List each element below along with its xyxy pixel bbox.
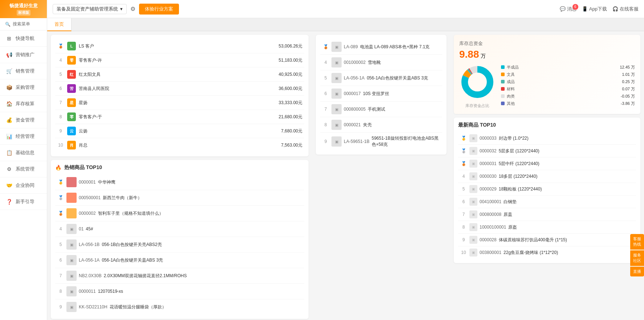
system-select[interactable]: 装备及固定资产辅助管理系统 ▾ bbox=[53, 4, 127, 14]
float-btn-service[interactable]: 客服热线 bbox=[630, 234, 644, 250]
legend-list: 半成品 12.45 万 文具 1.01 万 成品 0.25 万 材料 0.07 … bbox=[501, 65, 635, 108]
newest-img: ▣ bbox=[469, 210, 477, 218]
rank-num: 5 bbox=[322, 75, 329, 81]
sidebar-item-guide[interactable]: ❓新手引导 bbox=[0, 194, 47, 210]
product-img: ▣ bbox=[66, 224, 77, 234]
newest-product-row: 9 ▣ 0000028 体碳蔗核味苏打饮品400毫升 (1*15) bbox=[458, 234, 636, 246]
sidebar-item-system[interactable]: ⚙系统管理 bbox=[0, 161, 47, 177]
product-name: 雪地靴 bbox=[368, 60, 440, 66]
float-btn-community[interactable]: 服务社区 bbox=[630, 250, 644, 266]
sidebar-item-company[interactable]: 🤝企业协同 bbox=[0, 177, 47, 194]
legend-value: 1.01 万 bbox=[622, 72, 635, 77]
newest-product-row: 10 ▣ 003800001 22g鱼豆腐-烧烤味 (1*12*20) bbox=[458, 246, 636, 259]
hot-products-list: 🥇 0000001 中华神鹰🥈 000500001 新西兰牛肉（新牛）🥉 000… bbox=[55, 175, 304, 315]
float-btn-live[interactable]: 直播 bbox=[630, 267, 644, 276]
customer-name: 星扬 bbox=[79, 100, 279, 106]
product-code: 0000030 bbox=[480, 174, 497, 179]
legend-item: 材料 0.07 万 bbox=[501, 86, 635, 92]
newest-img: ▣ bbox=[469, 172, 477, 180]
topbar-app-download[interactable]: 📱 App下载 bbox=[582, 6, 607, 12]
settings-icon[interactable]: ⚙ bbox=[130, 5, 135, 12]
customer-row: 5 红 红太阳文具 40,925.00元 bbox=[55, 67, 304, 82]
newest-product-row: 6 ▣ 004100001 白钢垫 bbox=[458, 196, 636, 208]
product-name: 056-1B白色按键开关壳ABS2壳 bbox=[102, 242, 302, 248]
rank-num: 5 bbox=[460, 186, 467, 192]
nav-label-finance: 资金管理 bbox=[16, 117, 34, 123]
topbar-online-service[interactable]: 🎧 在线客服 bbox=[612, 6, 639, 12]
product-code: NB2.0X30B bbox=[79, 273, 102, 278]
legend-value: 0.07 万 bbox=[622, 86, 635, 92]
customer-avatar: 苦 bbox=[67, 84, 76, 93]
newest-products-card: 最新商品 TOP10 🥇 ▣ 0000033 封边带 (1.0*22)🥈 ▣ 0… bbox=[454, 118, 640, 263]
sidebar-item-finance[interactable]: 💰资金管理 bbox=[0, 112, 47, 128]
product-name: 封边带 (1.0*22) bbox=[499, 135, 634, 141]
newest-products-list: 🥇 ▣ 0000033 封边带 (1.0*22)🥈 ▣ 0000032 5层多层… bbox=[458, 132, 636, 259]
float-service: 客服热线 服务社区 直播 bbox=[630, 234, 644, 276]
medal-icon: 🥈 bbox=[57, 195, 64, 200]
product-analysis-row: 8 ▣ 0000021 夹壳 bbox=[320, 117, 442, 133]
rank-num: 9 bbox=[57, 304, 64, 309]
product-code: LA-056-1A bbox=[344, 75, 364, 81]
tab-home[interactable]: 首页 bbox=[47, 18, 72, 31]
sidebar-item-stock[interactable]: 🏠库存核算 bbox=[0, 96, 47, 112]
product-analysis-row: 5 ▣ LA-056-1A 056-1A白色按键开关盖ABS 3克 bbox=[320, 70, 442, 86]
customer-amount: 53,006.26元 bbox=[279, 43, 302, 49]
product-img: ▣ bbox=[331, 89, 342, 99]
rank-num: 7 bbox=[57, 273, 64, 278]
hot-products-title-text: 🔥 bbox=[55, 165, 61, 171]
product-name: 59651-1B旋转投影灯电池盒ABS黑色+58克 bbox=[372, 135, 440, 148]
rank-num: 4 bbox=[322, 60, 329, 65]
stock-ratio-label: 库存资金占比 bbox=[459, 103, 496, 108]
hot-product-row: 🥇 0000001 中华神鹰 bbox=[55, 175, 304, 190]
topbar-message[interactable]: 💬 消息 6 bbox=[560, 6, 576, 12]
sidebar-item-operation[interactable]: 📊经营管理 bbox=[0, 128, 47, 145]
product-code: 0000011 bbox=[79, 289, 96, 294]
rank-num: 10 bbox=[57, 143, 64, 148]
nav-label-stock: 库存核算 bbox=[16, 100, 34, 107]
product-name: 新西兰牛肉（新牛） bbox=[103, 195, 302, 201]
message-icon: 💬 bbox=[560, 6, 566, 12]
rank-num: 6 bbox=[57, 258, 64, 263]
sidebar-item-basic[interactable]: 📋基础信息 bbox=[0, 145, 47, 161]
trial-btn[interactable]: 体验行业方案 bbox=[139, 4, 179, 15]
sidebar-item-purchase[interactable]: 📦采购管理 bbox=[0, 79, 47, 96]
product-name: 中华神鹰 bbox=[98, 179, 302, 185]
medal-icon: 🥉 bbox=[322, 44, 329, 49]
legend-dot bbox=[501, 80, 505, 83]
app-download-label: App下载 bbox=[589, 6, 607, 12]
medal-icon: 🥉 bbox=[57, 44, 64, 49]
product-name: 18颗粒板 (1220*2440) bbox=[499, 186, 634, 192]
logo-sub: 标准版 bbox=[17, 10, 30, 16]
newest-img: ▣ bbox=[469, 249, 477, 257]
sidebar-item-marketing[interactable]: 📢营销推广 bbox=[0, 47, 47, 63]
rank-num: 6 bbox=[460, 199, 467, 204]
customer-avatar: 零 bbox=[67, 112, 76, 121]
newest-product-row: 5 ▣ 0000029 18颗粒板 (1220*2440) bbox=[458, 183, 636, 196]
legend-item: 文具 1.01 万 bbox=[501, 72, 635, 77]
nav-label-system: 系统管理 bbox=[16, 166, 34, 172]
product-code: LA-59651-1B bbox=[344, 139, 370, 144]
customer-name: 苦南县人民医院 bbox=[79, 86, 279, 92]
chevron-down-icon: ▾ bbox=[120, 6, 123, 12]
newest-img: ▣ bbox=[469, 198, 477, 206]
donut-container: 库存资金占比 半成品 12.45 万 文具 1.01 万 成品 0.25 万 材… bbox=[459, 64, 635, 108]
middle-panel: 🥉 ▣ LA-089 电池盖 LA-089 ABS本色+黑种 7.1克4 ▣ 0… bbox=[312, 31, 450, 320]
search-icon: 🔍 bbox=[5, 22, 11, 27]
nav-icon-company: 🤝 bbox=[5, 182, 13, 189]
product-name: 22g鱼豆腐-烧烤味 (1*12*20) bbox=[504, 250, 634, 256]
stock-unit: 万 bbox=[481, 53, 486, 60]
sidebar-item-quick[interactable]: ⊞快捷导航 bbox=[0, 30, 47, 47]
customer-avatar: 星 bbox=[67, 98, 76, 107]
rank-num: 4 bbox=[460, 174, 467, 179]
product-name: 5层中纤 (1220*2440) bbox=[499, 161, 634, 167]
nav-label-guide: 新手引导 bbox=[16, 198, 34, 205]
rank-num: 7 bbox=[322, 107, 329, 112]
sidebar-search[interactable]: 🔍 搜索菜单 bbox=[0, 18, 47, 30]
nav-items: ⊞快捷导航📢营销推广🛒销售管理📦采购管理🏠库存核算💰资金管理📊经营管理📋基础信息… bbox=[0, 30, 47, 210]
sidebar-item-sales[interactable]: 🛒销售管理 bbox=[0, 63, 47, 79]
rank-num: 9 bbox=[460, 237, 467, 242]
newest-img: ▣ bbox=[469, 160, 477, 168]
product-img: ▣ bbox=[66, 302, 77, 312]
product-code: 0000033 bbox=[480, 136, 497, 141]
sidebar: 畅捷通好生意 标准版 🔍 搜索菜单 ⊞快捷导航📢营销推广🛒销售管理📦采购管理🏠库… bbox=[0, 0, 47, 320]
